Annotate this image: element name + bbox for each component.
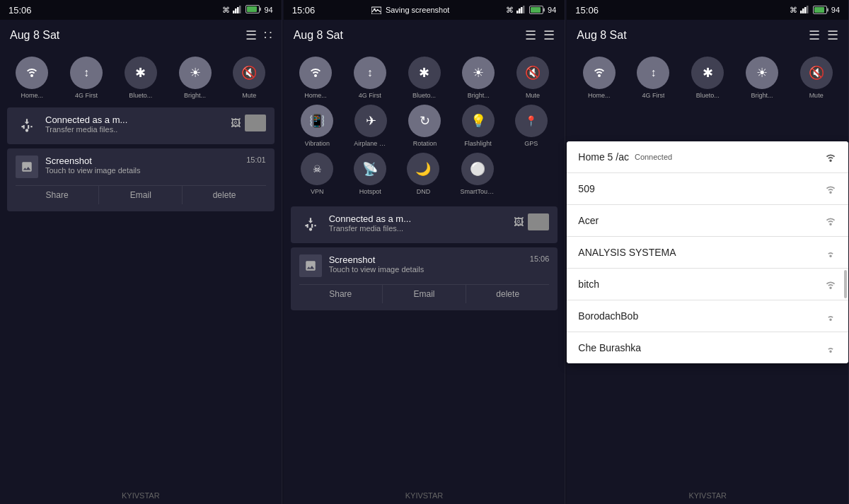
toggle-circle-4g-3[interactable]: ↕ xyxy=(637,57,669,89)
screenshot-notif-2[interactable]: Screenshot Touch to view image details 1… xyxy=(291,247,558,310)
date-icons-2: ☰ ☰ xyxy=(525,28,555,43)
grid-icon-1[interactable]: ∷ xyxy=(264,28,272,43)
hamburger-icon-2[interactable]: ☰ xyxy=(525,28,536,43)
hamburger-icon-1[interactable]: ☰ xyxy=(246,28,257,43)
usb-icon-2 xyxy=(299,213,322,236)
toggle-home-3[interactable]: Home... xyxy=(583,57,616,99)
toggle-circle-bt-2[interactable]: ✱ xyxy=(408,57,441,89)
toggle-bt-2[interactable]: ✱ Blueto... xyxy=(408,57,441,99)
toggle-label-bt-2: Blueto... xyxy=(412,92,436,99)
toggle-vibration[interactable]: 📳 Vibration xyxy=(301,105,333,147)
image-icon-2: 🖼 xyxy=(514,216,524,228)
usb-notif-title-1: Connected as a m... xyxy=(45,115,224,125)
svg-rect-18 xyxy=(804,7,807,13)
toggle-circle-bright-3[interactable]: ☀ xyxy=(746,57,778,89)
toggle-circle-mute-3[interactable]: 🔇 xyxy=(800,57,833,89)
toggle-circle-mute-1[interactable]: 🔇 xyxy=(233,57,265,89)
toggle-bright-3[interactable]: ☀ Bright... xyxy=(746,57,778,99)
toggle-4g-3[interactable]: ↕ 4G First xyxy=(637,57,669,99)
svg-rect-0 xyxy=(233,11,235,13)
toggle-dnd[interactable]: 🌙 DND xyxy=(407,153,439,195)
toggle-smarttouch[interactable]: ⚪ SmartTouch xyxy=(461,153,495,195)
share-btn-2[interactable]: Share xyxy=(299,285,383,303)
toggle-4g-2[interactable]: ↕ 4G First xyxy=(354,57,386,99)
delete-btn-2[interactable]: delete xyxy=(466,285,549,303)
image-saving-icon xyxy=(371,6,381,14)
toggle-airplane[interactable]: ✈ Airplane m... xyxy=(354,105,388,147)
toggle-home-2[interactable]: Home... xyxy=(299,57,332,99)
toggle-label-4g-1: 4G First xyxy=(75,92,98,99)
toggle-circle-dnd[interactable]: 🌙 xyxy=(407,153,439,185)
toggle-circle-bt-1[interactable]: ✱ xyxy=(125,57,157,89)
date-text-2: Aug 8 Sat xyxy=(294,29,343,42)
wifi-item-borodach[interactable]: BorodachBob xyxy=(567,300,848,332)
signal-icon-3 xyxy=(800,5,810,15)
status-time-3: 15:06 xyxy=(575,5,599,16)
quick-toggles-2-row3: ☠ VPN 📡 Hotspot 🌙 DND ⚪ SmartTouch xyxy=(284,150,565,201)
toggle-circle-4g-1[interactable]: ↕ xyxy=(70,57,103,89)
wifi-item-home5[interactable]: Home 5 /ac Connected xyxy=(567,141,848,173)
toggle-mute-3[interactable]: 🔇 Mute xyxy=(800,57,833,99)
toggle-rotation[interactable]: ↻ Rotation xyxy=(408,105,441,147)
toggle-circle-bright-1[interactable]: ☀ xyxy=(179,57,212,89)
email-btn-2[interactable]: Email xyxy=(383,285,466,303)
battery-icon xyxy=(246,5,261,15)
toggle-circle-gps[interactable]: 📍 xyxy=(515,105,548,137)
toggle-circle-4g-2[interactable]: ↕ xyxy=(354,57,386,89)
list-icon-2[interactable]: ☰ xyxy=(543,28,555,43)
screenshot-sub-1: Touch to view image details xyxy=(45,166,266,175)
toggle-circle-vpn[interactable]: ☠ xyxy=(301,153,333,185)
usb-notif-1[interactable]: Connected as a m... Transfer media files… xyxy=(7,107,275,144)
toggle-bt-1[interactable]: ✱ Blueto... xyxy=(125,57,157,99)
signal-toggle-icon-1: ↕ xyxy=(83,66,89,79)
toggle-circle-vibration[interactable]: 📳 xyxy=(301,105,333,137)
hamburger-icon-3[interactable]: ☰ xyxy=(809,28,820,43)
toggle-label-mute-2: Mute xyxy=(526,92,540,99)
toggle-circle-smarttouch[interactable]: ⚪ xyxy=(461,153,494,185)
usb-notif-2[interactable]: Connected as a m... Transfer media files… xyxy=(291,206,558,243)
list-icon-3[interactable]: ☰ xyxy=(827,28,838,43)
svg-rect-17 xyxy=(802,8,804,13)
toggle-circle-home-3[interactable] xyxy=(583,57,616,89)
date-bar-2: Aug 8 Sat ☰ ☰ xyxy=(284,20,565,51)
toggle-label-home-2: Home... xyxy=(304,92,327,99)
toggle-circle-home-1[interactable] xyxy=(16,57,48,89)
screenshot-notif-body-2: Screenshot Touch to view image details xyxy=(329,254,550,274)
toggle-bt-3[interactable]: ✱ Blueto... xyxy=(691,57,724,99)
toggle-home-1[interactable]: Home... xyxy=(16,57,48,99)
toggle-circle-hotspot[interactable]: 📡 xyxy=(354,153,386,185)
notifications-1: Connected as a m... Transfer media files… xyxy=(0,102,282,487)
toggle-label-bright-1: Bright... xyxy=(184,92,206,99)
delete-btn-1[interactable]: delete xyxy=(183,186,265,204)
wifi-name-borodach: BorodachBob xyxy=(578,310,638,322)
toggle-mute-1[interactable]: 🔇 Mute xyxy=(233,57,265,99)
toggle-circle-bright-2[interactable]: ☀ xyxy=(462,57,495,89)
share-btn-1[interactable]: Share xyxy=(16,186,99,204)
toggle-circle-home-2[interactable] xyxy=(299,57,332,89)
toggle-vpn[interactable]: ☠ VPN xyxy=(301,153,333,195)
wifi-item-acer[interactable]: Acer xyxy=(567,205,848,237)
wifi-dropdown: Home 5 /ac Connected 509 Acer ANALYSIS S… xyxy=(567,141,848,363)
toggle-circle-mute-2[interactable]: 🔇 xyxy=(516,57,549,89)
screenshot-notif-1[interactable]: Screenshot Touch to view image details 1… xyxy=(7,148,275,211)
toggle-mute-2[interactable]: 🔇 Mute xyxy=(516,57,549,99)
toggle-hotspot[interactable]: 📡 Hotspot xyxy=(354,153,386,195)
toggle-flashlight[interactable]: 💡 Flashlight xyxy=(462,105,495,147)
toggle-bright-1[interactable]: ☀ Bright... xyxy=(179,57,212,99)
svg-rect-21 xyxy=(814,7,824,13)
wifi-item-509[interactable]: 509 xyxy=(567,173,848,205)
toggle-circle-flashlight[interactable]: 💡 xyxy=(462,105,495,137)
wifi-item-bitch[interactable]: bitch xyxy=(567,269,848,300)
brightness-icon-3: ☀ xyxy=(756,65,768,81)
email-btn-1[interactable]: Email xyxy=(99,186,183,204)
wifi-item-analysis[interactable]: ANALYSIS SYSTEMA xyxy=(567,237,848,269)
toggle-bright-2[interactable]: ☀ Bright... xyxy=(462,57,495,99)
date-text-1: Aug 8 Sat xyxy=(10,29,59,42)
toggle-gps[interactable]: 📍 GPS xyxy=(515,105,548,147)
wifi-item-cheburashka[interactable]: Che Burashka xyxy=(567,332,848,363)
toggle-circle-airplane[interactable]: ✈ xyxy=(354,105,387,137)
toggle-circle-rotation[interactable]: ↻ xyxy=(408,105,441,137)
toggle-circle-bt-3[interactable]: ✱ xyxy=(691,57,724,89)
toggle-4g-1[interactable]: ↕ 4G First xyxy=(70,57,103,99)
date-icons-1: ☰ ∷ xyxy=(246,28,272,43)
